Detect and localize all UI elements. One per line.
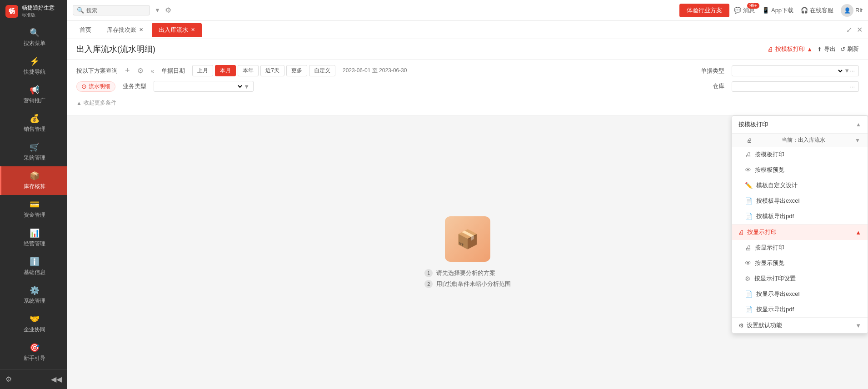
tabs-right-actions: ⤢ ✕ bbox=[846, 25, 863, 34]
chevron-up-icon: ▲ bbox=[807, 46, 813, 53]
filter-collapse-button[interactable]: « bbox=[151, 67, 155, 75]
print-template-item-icon: 🖨 bbox=[745, 151, 751, 158]
tab-expand-icon[interactable]: ⤢ bbox=[846, 25, 852, 34]
filter-tag-icon: ⊙ bbox=[81, 83, 87, 90]
industry-solution-button[interactable]: 体验行业方案 bbox=[679, 4, 729, 17]
dropdown-item-custom-design[interactable]: ✏️ 模板自定义设计 bbox=[732, 178, 868, 193]
header-dropdown-icon[interactable]: ▼ bbox=[155, 7, 160, 14]
date-this-month-btn[interactable]: 本月 bbox=[215, 65, 236, 76]
sidebar-item-finance[interactable]: 💳 资金管理 bbox=[0, 195, 67, 224]
sidebar-item-sales[interactable]: 💰 销售管理 bbox=[0, 109, 67, 138]
date-7days-btn[interactable]: 近7天 bbox=[260, 65, 284, 76]
dropdown-header: 按模板打印 ▲ bbox=[732, 116, 868, 134]
tab-flow[interactable]: 出入库流水 ✕ bbox=[152, 23, 202, 37]
sidebar-item-marketing[interactable]: 📢 营销推广 bbox=[0, 80, 67, 109]
sidebar-footer: ⚙ ◀◀ bbox=[0, 369, 67, 389]
header-search-input[interactable] bbox=[86, 7, 141, 14]
dropdown-footer-item[interactable]: ⚙ 设置默认功能 ▼ bbox=[732, 318, 868, 333]
empty-icon: 📦 bbox=[445, 216, 490, 262]
biz-type-select[interactable] bbox=[158, 83, 244, 90]
print-template-button[interactable]: 🖨 按模板打印 ▲ bbox=[768, 45, 813, 53]
dropdown-item-preview-display[interactable]: 👁 按显示预览 bbox=[732, 255, 868, 271]
dropdown-header-chevron[interactable]: ▲ bbox=[856, 121, 861, 128]
headset-icon: 🎧 bbox=[801, 7, 808, 14]
date-last-month-btn[interactable]: 上月 bbox=[192, 65, 213, 76]
dropdown-item-export-pdf-display[interactable]: 📄 按显示导出pdf bbox=[732, 302, 868, 317]
step-num-1: 1 bbox=[424, 269, 433, 277]
step-num-2: 2 bbox=[424, 280, 433, 288]
settings-footer-icon[interactable]: ⚙ bbox=[5, 375, 12, 384]
sidebar-item-system[interactable]: ⚙️ 系统管理 bbox=[0, 281, 67, 309]
dropdown-item-settings-display[interactable]: ⚙ 按显示打印设置 bbox=[732, 271, 868, 286]
dropdown-display-section-header[interactable]: 🖨 按显示打印 ▲ bbox=[732, 224, 868, 240]
date-custom-btn[interactable]: 自定义 bbox=[309, 65, 335, 76]
doc-type-select-wrap: ▼ ··· bbox=[732, 65, 859, 76]
collapse-more-btn[interactable]: ▲ 收起更多条件 bbox=[76, 96, 859, 110]
dropdown-item-preview-template[interactable]: 👁 按模板预览 bbox=[732, 162, 868, 178]
marketing-icon: 📢 bbox=[30, 85, 40, 95]
dropdown-item-print-template[interactable]: 🖨 按模板打印 bbox=[732, 147, 868, 162]
sidebar-item-shortcut[interactable]: ⚡ 快捷导航 bbox=[0, 52, 67, 80]
doc-type-select[interactable] bbox=[736, 67, 844, 75]
app-download-item[interactable]: 📱 App下载 bbox=[762, 6, 793, 15]
filter-area: 按以下方案查询 + ⚙ « 单据日期 上月 本月 本年 近7天 更多 自定义 2… bbox=[67, 60, 868, 115]
tab-batch-close[interactable]: ✕ bbox=[139, 27, 143, 33]
header-search-icon: 🔍 bbox=[77, 7, 84, 14]
sidebar-item-guide[interactable]: 🎯 新手引导 bbox=[0, 338, 67, 367]
sidebar-item-purchase[interactable]: 🛒 采购管理 bbox=[0, 138, 67, 166]
empty-steps: 1 请先选择要分析的方案 2 用[过滤]条件来缩小分析范围 bbox=[424, 269, 510, 288]
add-filter-button[interactable]: + bbox=[125, 66, 130, 75]
warehouse-input[interactable] bbox=[736, 83, 850, 90]
filter-row-2: ⊙ 流水明细 业务类型 ▼ 仓库 ··· bbox=[76, 81, 859, 92]
message-badge: 99+ bbox=[747, 3, 759, 9]
filter-scheme-label: 按以下方案查询 bbox=[76, 67, 118, 75]
user-profile-item[interactable]: 👤 Rit bbox=[841, 4, 863, 17]
dropdown-current-item[interactable]: 🖨 当前：出入库流水 ▼ bbox=[732, 134, 868, 147]
export-button[interactable]: ⬆ 导出 bbox=[817, 45, 836, 53]
header-settings-icon[interactable]: ⚙ bbox=[165, 6, 171, 15]
finance-icon: 💳 bbox=[30, 199, 40, 209]
dropdown-item-export-excel-display[interactable]: 📄 按显示导出excel bbox=[732, 286, 868, 302]
filter-settings-button[interactable]: ⚙ bbox=[137, 66, 144, 75]
sidebar-item-search[interactable]: 🔍 搜索菜单 bbox=[0, 23, 67, 52]
dropdown-item-export-excel-template[interactable]: 📄 按模板导出excel bbox=[732, 193, 868, 209]
date-range-display: 2023-06-01 至 2023-06-30 bbox=[343, 67, 407, 75]
filter-tag-liushui[interactable]: ⊙ 流水明细 bbox=[76, 81, 115, 92]
message-badge-item[interactable]: 💬 消息 99+ bbox=[734, 6, 755, 15]
warehouse-more-icon[interactable]: ··· bbox=[850, 83, 855, 90]
biz-type-dropdown-icon: ▼ bbox=[244, 83, 249, 90]
tab-close-all-icon[interactable]: ✕ bbox=[857, 25, 863, 34]
tab-flow-close[interactable]: ✕ bbox=[191, 27, 195, 33]
sidebar-item-collab[interactable]: 🤝 企业协同 bbox=[0, 309, 67, 338]
app-download-label: App下载 bbox=[771, 6, 793, 15]
sidebar-item-operations[interactable]: 📊 经营管理 bbox=[0, 224, 67, 252]
chevron-up-collapse-icon: ▲ bbox=[76, 100, 82, 106]
sidebar-logo: 畅 畅捷通好生意 标准版 bbox=[0, 0, 67, 23]
biz-type-label: 业务类型 bbox=[123, 82, 146, 90]
toggle-sidebar-icon[interactable]: ◀◀ bbox=[51, 375, 62, 384]
tab-home[interactable]: 首页 bbox=[73, 23, 98, 37]
page-title: 出入库流水(流水明细) bbox=[76, 44, 155, 55]
warehouse-label: 仓库 bbox=[713, 82, 724, 90]
tab-home-label: 首页 bbox=[80, 26, 91, 34]
sidebar-item-inventory[interactable]: 📦 库存核算 bbox=[0, 166, 67, 195]
date-more-btn[interactable]: 更多 bbox=[286, 65, 307, 76]
export-excel-display-icon: 📄 bbox=[745, 290, 753, 298]
tab-batch-label: 库存批次账 bbox=[107, 26, 136, 34]
dropdown-item-print-display[interactable]: 🖨 按显示打印 bbox=[732, 240, 868, 255]
dropdown-item-export-pdf-template[interactable]: 📄 按模板导出pdf bbox=[732, 209, 868, 224]
logo-icon: 畅 bbox=[5, 5, 18, 18]
logo-text: 畅捷通好生意 bbox=[22, 5, 55, 12]
refresh-button[interactable]: ↺ 刷新 bbox=[840, 45, 859, 53]
sidebar-item-base[interactable]: ℹ️ 基础信息 bbox=[0, 252, 67, 281]
guide-icon: 🎯 bbox=[30, 343, 40, 353]
online-service-item[interactable]: 🎧 在线客服 bbox=[801, 6, 833, 15]
filter-row-1: 按以下方案查询 + ⚙ « 单据日期 上月 本月 本年 近7天 更多 自定义 2… bbox=[76, 65, 859, 76]
date-this-year-btn[interactable]: 本年 bbox=[238, 65, 259, 76]
doc-type-more-icon[interactable]: ··· bbox=[850, 67, 855, 74]
purchase-icon: 🛒 bbox=[30, 142, 40, 152]
export-icon: ⬆ bbox=[817, 46, 822, 53]
sidebar-nav: 🔍 搜索菜单 ⚡ 快捷导航 📢 营销推广 💰 销售管理 🛒 采购管理 📦 库存核… bbox=[0, 23, 67, 369]
online-service-label: 在线客服 bbox=[810, 6, 833, 15]
tab-batch[interactable]: 库存批次账 ✕ bbox=[100, 23, 150, 37]
